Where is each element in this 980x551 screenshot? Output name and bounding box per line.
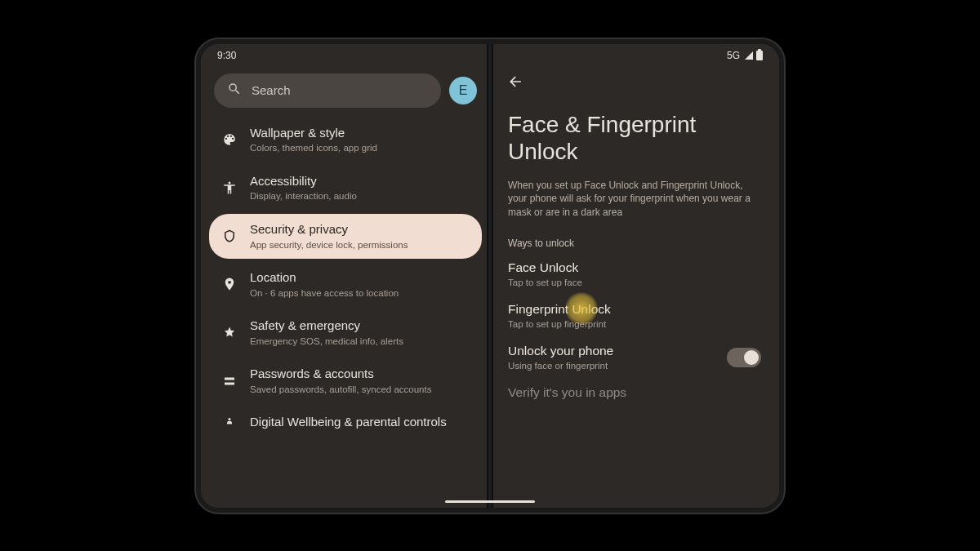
signal-icon: [745, 51, 753, 60]
shield-icon: [220, 229, 238, 243]
sidebar-item-sub: App security, device lock, permissions: [250, 239, 408, 251]
status-bar-right: 5G: [490, 44, 779, 67]
option-fingerprint-unlock[interactable]: Fingerprint Unlock Tap to set up fingerp…: [508, 302, 761, 329]
sidebar-item-sub: Emergency SOS, medical info, alerts: [250, 335, 403, 347]
search-icon: [227, 82, 242, 99]
sidebar-item-digital-wellbeing[interactable]: Digital Wellbeing & parental controls: [209, 407, 482, 438]
option-unlock-your-phone[interactable]: Unlock your phone Using face or fingerpr…: [508, 344, 761, 371]
section-header-ways-to-unlock: Ways to unlock: [508, 238, 761, 249]
palette-icon: [220, 132, 238, 147]
battery-icon: [756, 51, 763, 60]
option-sub: Tap to set up face: [508, 278, 761, 287]
sidebar-item-wallpaper-style[interactable]: Wallpaper & style Colors, themed icons, …: [209, 118, 482, 162]
status-network: 5G: [727, 50, 740, 61]
left-pane: 9:30 Search E Wallpaper & style Colors, …: [201, 44, 490, 508]
key-icon: [220, 374, 238, 389]
option-verify-in-apps[interactable]: Verify it's you in apps: [508, 385, 761, 400]
option-face-unlock[interactable]: Face Unlock Tap to set up face: [508, 260, 761, 287]
location-icon: [220, 277, 238, 291]
option-sub: Using face or fingerprint: [508, 361, 613, 371]
sidebar-item-label: Passwords & accounts: [250, 367, 431, 382]
option-title: Verify it's you in apps: [508, 385, 761, 400]
option-sub: Tap to set up fingerprint: [508, 319, 761, 329]
sidebar-item-sub: On · 6 apps have access to location: [250, 287, 399, 299]
profile-avatar[interactable]: E: [449, 77, 477, 104]
right-pane: 5G Face & Fingerprint Unlock When you se…: [490, 44, 779, 508]
sidebar-item-label: Location: [250, 270, 399, 286]
emergency-icon: [220, 326, 238, 340]
page-description: When you set up Face Unlock and Fingerpr…: [508, 179, 761, 220]
page-title: Face & Fingerprint Unlock: [508, 111, 761, 166]
back-button[interactable]: [508, 72, 528, 91]
gesture-nav-bar[interactable]: [445, 500, 535, 503]
option-title: Unlock your phone: [508, 344, 613, 358]
option-title: Fingerprint Unlock: [508, 302, 761, 317]
toggle-switch[interactable]: [727, 348, 761, 367]
arrow-left-icon: [508, 73, 524, 90]
svg-point-0: [229, 418, 231, 420]
accessibility-icon: [220, 180, 238, 195]
wellbeing-icon: [220, 415, 238, 430]
search-settings[interactable]: Search: [214, 73, 441, 108]
foldable-device-frame: 9:30 Search E Wallpaper & style Colors, …: [196, 39, 784, 513]
sidebar-item-label: Security & privacy: [250, 222, 408, 238]
sidebar-item-label: Safety & emergency: [250, 318, 403, 334]
device-hinge: [487, 39, 493, 513]
sidebar-item-accessibility[interactable]: Accessibility Display, interaction, audi…: [209, 166, 482, 211]
sidebar-item-label: Digital Wellbeing & parental controls: [250, 415, 447, 430]
sidebar-item-passwords-accounts[interactable]: Passwords & accounts Saved passwords, au…: [209, 358, 482, 403]
sidebar-item-sub: Display, interaction, audio: [250, 190, 357, 202]
sidebar-item-label: Accessibility: [250, 174, 357, 189]
status-icons: [745, 51, 763, 60]
settings-list[interactable]: Wallpaper & style Colors, themed icons, …: [201, 118, 490, 508]
search-placeholder: Search: [252, 83, 291, 97]
avatar-letter: E: [459, 83, 468, 98]
sidebar-item-security-privacy[interactable]: Security & privacy App security, device …: [209, 214, 482, 259]
sidebar-item-sub: Saved passwords, autofill, synced accoun…: [250, 384, 431, 395]
sidebar-item-label: Wallpaper & style: [250, 126, 377, 141]
sidebar-item-sub: Colors, themed icons, app grid: [250, 142, 377, 153]
status-time: 9:30: [217, 50, 236, 61]
sidebar-item-safety-emergency[interactable]: Safety & emergency Emergency SOS, medica…: [209, 310, 482, 355]
status-bar-left: 9:30: [201, 44, 490, 67]
sidebar-item-location[interactable]: Location On · 6 apps have access to loca…: [209, 262, 482, 307]
option-title: Face Unlock: [508, 260, 761, 275]
